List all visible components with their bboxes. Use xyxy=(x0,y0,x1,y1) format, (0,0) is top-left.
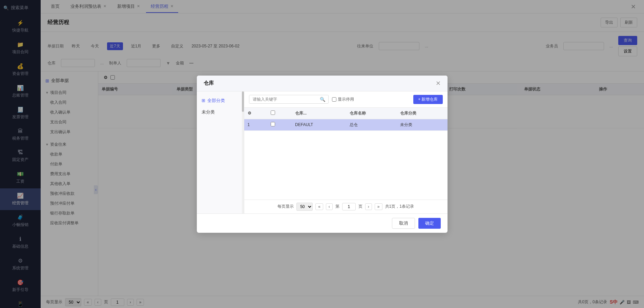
row-code: DEFAULT xyxy=(292,119,346,130)
col-gear: ⚙ xyxy=(244,108,267,119)
scrollbar-thumb xyxy=(242,91,244,112)
page-number-input[interactable] xyxy=(342,203,356,210)
confirm-button[interactable]: 确定 xyxy=(418,218,441,229)
add-warehouse-button[interactable]: + 新增仓库 xyxy=(413,95,442,104)
modal-close-button[interactable]: ✕ xyxy=(436,80,441,87)
show-disabled-checkbox[interactable] xyxy=(332,97,336,102)
prev-page-button[interactable]: ‹ xyxy=(326,203,333,210)
last-page-button[interactable]: » xyxy=(375,203,382,210)
modal-table-wrap: ⚙ 仓库... 仓库名称 仓库分类 1 DEFAULT xyxy=(244,108,448,200)
modal-left-panel: ⊞ 全部分类 未分类 xyxy=(197,91,244,213)
show-disabled-text: 显示停用 xyxy=(338,97,354,102)
show-disabled-label[interactable]: 显示停用 xyxy=(332,97,354,102)
first-page-button[interactable]: « xyxy=(315,203,323,210)
col-warehouse-name: 仓库名称 xyxy=(346,108,397,119)
modal-title: 仓库 xyxy=(204,80,214,86)
table-row[interactable]: 1 DEFAULT 总仓 未分类 xyxy=(244,119,448,130)
total-info: 共1页，1条记录 xyxy=(385,204,414,209)
modal-overlay: 仓库 ✕ ⊞ 全部分类 未分类 xyxy=(0,0,644,308)
modal-left-unclassified[interactable]: 未分类 xyxy=(197,106,244,118)
modal-warehouse-table: ⚙ 仓库... 仓库名称 仓库分类 1 DEFAULT xyxy=(244,108,448,131)
next-page-button[interactable]: › xyxy=(365,203,372,210)
modal-search-button[interactable]: 🔍 xyxy=(317,96,328,103)
modal-body: ⊞ 全部分类 未分类 🔍 xyxy=(197,91,448,213)
modal-left-scrollbar[interactable] xyxy=(242,91,244,213)
page-label: 第 xyxy=(335,204,339,209)
page-label-2: 页 xyxy=(358,204,362,209)
row-name: 总仓 xyxy=(346,119,397,130)
row-seq: 1 xyxy=(244,119,267,130)
col-checkbox xyxy=(267,108,292,119)
page-size-label: 每页显示 xyxy=(277,204,294,209)
modal-right-panel: 🔍 显示停用 + 新增仓库 ⚙ xyxy=(244,91,448,213)
warehouse-modal: 仓库 ✕ ⊞ 全部分类 未分类 xyxy=(197,76,448,233)
row-checkbox[interactable] xyxy=(267,119,292,130)
modal-header: 仓库 ✕ xyxy=(197,76,448,91)
page-size-select[interactable]: 50 xyxy=(296,203,313,211)
all-category-label: 全部分类 xyxy=(207,98,225,104)
modal-search-wrap: 🔍 xyxy=(249,95,329,104)
col-warehouse-category: 仓库分类 xyxy=(397,108,447,119)
grid-icon-modal: ⊞ xyxy=(202,98,205,103)
col-warehouse-code: 仓库... xyxy=(292,108,346,119)
modal-left-header: ⊞ 全部分类 xyxy=(197,95,244,106)
unclassified-label: 未分类 xyxy=(202,109,215,115)
row-category: 未分类 xyxy=(397,119,447,130)
modal-search-input[interactable] xyxy=(249,95,317,103)
modal-toolbar: 🔍 显示停用 + 新增仓库 xyxy=(244,91,448,108)
modal-footer: 取消 确定 xyxy=(197,213,448,233)
cancel-button[interactable]: 取消 xyxy=(392,218,415,229)
modal-pagination: 每页显示 50 « ‹ 第 页 › » 共1页，1条记录 xyxy=(244,200,448,213)
col-select-all[interactable] xyxy=(271,110,275,115)
